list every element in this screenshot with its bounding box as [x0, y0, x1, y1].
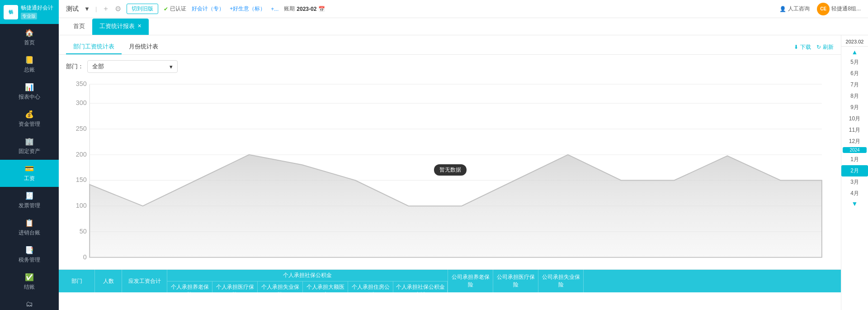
sales-icon: 📋 [25, 219, 34, 227]
sidebar-item-tax[interactable]: 📑 税务管理 [0, 241, 59, 268]
avatar: CE [817, 3, 830, 15]
calendar-icon: 📅 [318, 6, 325, 12]
tabbar: 首页 工资统计报表 ✕ [59, 18, 868, 35]
topbar-divider: | [95, 5, 97, 12]
invoice-icon: 🧾 [25, 191, 34, 200]
sidebar-item-report[interactable]: 📊 报表中心 [0, 78, 59, 105]
month-item-2024-1[interactable]: 1月 [841, 154, 868, 165]
svg-text:350: 350 [76, 80, 87, 87]
th-total-salary: 应发工资合计 [122, 270, 167, 292]
settings-cog-icon[interactable]: ⚙ [115, 5, 121, 13]
period-tag: 账期 2023-02 📅 [284, 5, 325, 13]
dept-filter-select[interactable]: 全部 ▾ [87, 60, 178, 73]
tab-salary-report[interactable]: 工资统计报表 ✕ [92, 19, 149, 35]
month-panel: 2023.02 ▲ 5月 6月 7月 8月 9月 10月 11月 [841, 35, 868, 310]
good-business-tag: +好生意（标） [230, 5, 265, 13]
good-accounting-tag: 好会计（专） [192, 5, 224, 13]
svg-text:150: 150 [76, 176, 87, 183]
add-icon[interactable]: ＋ [102, 4, 109, 14]
logo-text: 畅捷通好会计 专业版 [21, 5, 53, 19]
refresh-btn[interactable]: ↻ 刷新 [816, 43, 834, 51]
sidebar-item-archive[interactable]: 🗂 归档管理 [0, 296, 59, 310]
settle-icon: ✅ [25, 273, 34, 281]
user-profile[interactable]: CE 轻捷通8组... [817, 3, 861, 15]
month-item-10[interactable]: 10月 [841, 113, 868, 124]
sidebar-item-ledger[interactable]: 📒 总账 [0, 51, 59, 78]
tab-close-icon[interactable]: ✕ [137, 23, 142, 29]
logo-icon: 畅 [4, 5, 18, 19]
tab-home[interactable]: 首页 [66, 19, 92, 35]
sidebar-item-sales[interactable]: 📋 进销台账 [0, 214, 59, 241]
ledger-icon: 📒 [25, 56, 34, 64]
table-header: 部门 人数 应发工资合计 个人承担社保公积金 [59, 270, 841, 292]
page-content: 部门工资统计表 月份统计表 ⬇ 下载 ↻ 刷新 [59, 35, 868, 310]
subtab-bar: 部门工资统计表 月份统计表 ⬇ 下载 ↻ 刷新 [59, 35, 841, 55]
month-item-7[interactable]: 7月 [841, 79, 868, 91]
topbar-dropdown[interactable]: ▼ [84, 5, 90, 12]
th-company-unemployment: 公司承担失业保险 [538, 270, 584, 292]
ai-consult-btn[interactable]: 👤 人工咨询 [779, 5, 810, 13]
topbar: 测试 ▼ | ＋ ⚙ 切到旧版 ✔ 已认证 好会计（专） +好生意（标） +..… [59, 0, 868, 18]
th-group-personal: 个人承担社保公积金 个人承担养老保险 个人承担医疗保险 个人承担失业保险 [167, 270, 448, 292]
chart-area: 部门工资统计表 月份统计表 ⬇ 下载 ↻ 刷新 [59, 35, 841, 310]
svg-text:250: 250 [76, 125, 87, 132]
month-item-2024-3[interactable]: 3月 [841, 176, 868, 188]
dept-filter-label: 部门： [66, 62, 84, 71]
more-tag: +... [271, 6, 278, 12]
month-item-5[interactable]: 5月 [841, 57, 868, 68]
svg-text:0: 0 [83, 253, 87, 261]
svg-text:300: 300 [76, 99, 87, 106]
capital-icon: 💰 [25, 110, 34, 119]
switch-old-btn[interactable]: 切到旧版 [127, 4, 158, 14]
refresh-icon: ↻ [816, 44, 821, 50]
month-scroll-up-btn[interactable]: ▲ [851, 48, 859, 57]
report-icon: 📊 [25, 83, 34, 91]
svg-text:200: 200 [76, 151, 87, 158]
th-personal-medical: 个人承担医疗保险 [212, 281, 258, 300]
home-icon: 🏠 [25, 29, 34, 37]
subtab-dept[interactable]: 部门工资统计表 [66, 40, 122, 54]
th-company-pension: 公司承担养老保险 [448, 270, 493, 292]
download-btn[interactable]: ⬇ 下载 [794, 43, 811, 51]
sidebar-logo: 畅 畅捷通好会计 专业版 [0, 0, 59, 24]
th-personal-housing: 个人承担住房公积金 [348, 281, 393, 300]
th-dept: 部门 [59, 270, 95, 292]
sidebar-item-home[interactable]: 🏠 首页 [0, 24, 59, 51]
assets-icon: 🏢 [25, 137, 34, 146]
th-company-medical: 公司承担医疗保险 [493, 270, 538, 292]
month-item-8[interactable]: 8月 [841, 91, 868, 102]
th-personal-total: 个人承担社保公积金合计 [393, 281, 448, 300]
month-item-6[interactable]: 6月 [841, 68, 868, 79]
svg-text:50: 50 [80, 228, 87, 235]
month-item-11[interactable]: 11月 [841, 124, 868, 136]
month-scroll-down-btn[interactable]: ▼ [851, 199, 859, 208]
sidebar-item-assets[interactable]: 🏢 固定资产 [0, 133, 59, 160]
sidebar-item-salary[interactable]: 💳 工资 [0, 160, 59, 187]
area-chart: 0 50 100 150 200 250 300 350 [66, 78, 834, 269]
topbar-right: 👤 人工咨询 CE 轻捷通8组... [779, 3, 861, 15]
th-personal-pension: 个人承担养老保险 [167, 281, 212, 300]
download-icon: ⬇ [794, 44, 798, 50]
tax-icon: 📑 [25, 246, 34, 254]
archive-icon: 🗂 [26, 300, 33, 308]
salary-icon: 💳 [25, 164, 34, 173]
month-item-2024-4[interactable]: 4月 [841, 188, 868, 199]
topbar-title: 测试 [66, 5, 79, 13]
sidebar-item-invoice[interactable]: 🧾 发票管理 [0, 187, 59, 214]
th-personal-unemployment: 个人承担失业保险 [258, 281, 303, 300]
chart-container: 0 50 100 150 200 250 300 350 [59, 78, 841, 269]
svg-text:100: 100 [76, 202, 87, 209]
th-personal-serious-illness: 个人承担大额医疗 [303, 281, 348, 300]
subtab-monthly[interactable]: 月份统计表 [122, 40, 165, 54]
dropdown-arrow-icon: ▼ [84, 5, 90, 12]
month-item-2024-2[interactable]: 2月 [841, 165, 868, 176]
sidebar-item-capital[interactable]: 💰 资金管理 [0, 105, 59, 133]
subtab-left: 部门工资统计表 月份统计表 [66, 40, 165, 54]
year-2024-badge: 2024 [843, 147, 867, 153]
table-section: 部门 人数 应发工资合计 个人承担社保公积金 [59, 269, 841, 310]
sidebar-item-settle[interactable]: ✅ 结账 [0, 268, 59, 296]
main-content: 测试 ▼ | ＋ ⚙ 切到旧版 ✔ 已认证 好会计（专） +好生意（标） +..… [59, 0, 868, 310]
month-item-12[interactable]: 12月 [841, 136, 868, 147]
th-people: 人数 [95, 270, 122, 292]
month-item-9[interactable]: 9月 [841, 102, 868, 113]
